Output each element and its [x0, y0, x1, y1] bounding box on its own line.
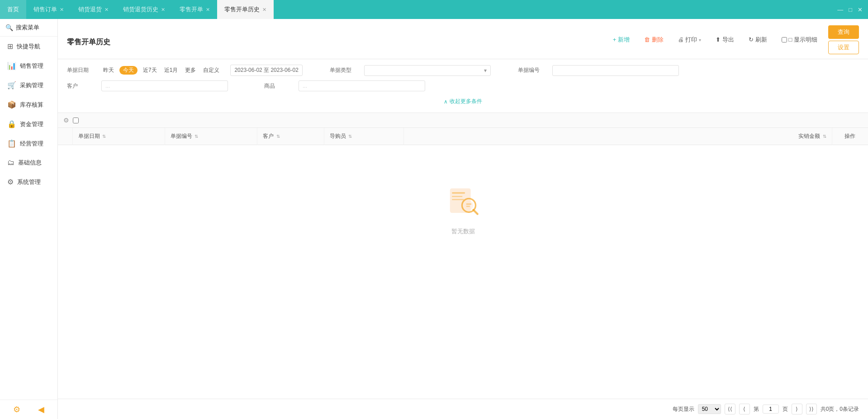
collapse-button[interactable]: ◀: [38, 405, 44, 414]
goods-label: 商品: [264, 82, 289, 90]
date-option-more[interactable]: 更多: [183, 66, 198, 75]
date-option-yesterday[interactable]: 昨天: [101, 66, 116, 75]
goods-dots[interactable]: ...: [303, 83, 307, 89]
svg-rect-7: [466, 203, 471, 205]
sidebar-item-basic-info[interactable]: 🗂 基础信息: [0, 153, 57, 172]
refresh-button[interactable]: ↻ 刷新: [745, 34, 771, 46]
settings-button[interactable]: ⚙: [13, 405, 20, 414]
print-button[interactable]: 🖨 打印 ▾: [674, 34, 705, 46]
tab-close-sales-return-history[interactable]: ✕: [161, 7, 165, 13]
tab-home[interactable]: 首页: [0, 0, 26, 19]
page-header: 零售开单历史 + 新增 🗑 删除 🖨 打印 ▾ ⬆ 导出 ↻ 刷新: [58, 19, 868, 59]
filter-section: 单据日期 昨天 今天 近7天 近1月 更多 自定义 2023-06-02 至 2…: [58, 59, 868, 113]
display-detail-button[interactable]: □ 显示明细: [778, 34, 821, 46]
th-guide: 导购员 ⇅: [324, 128, 403, 145]
svg-point-5: [464, 201, 473, 210]
table-toolbar: ⚙: [58, 113, 868, 128]
th-checkbox: [58, 128, 72, 145]
page-last-btn[interactable]: ⟩⟩: [806, 404, 817, 414]
tab-sales-order[interactable]: 销售订单 ✕: [26, 0, 71, 19]
date-option-custom[interactable]: 自定义: [201, 66, 221, 75]
export-button[interactable]: ⬆ 导出: [712, 34, 738, 46]
quick-nav-icon: ⊞: [7, 42, 13, 51]
page-label-end: 页: [783, 405, 788, 413]
finance-icon: 🔒: [7, 120, 16, 128]
date-label: 单据日期: [67, 66, 92, 74]
number-input[interactable]: [552, 65, 679, 76]
tab-close-retail-history[interactable]: ✕: [262, 7, 266, 13]
page-actions: + 新增 🗑 删除 🖨 打印 ▾ ⬆ 导出 ↻ 刷新 □ 显示明细: [609, 25, 859, 59]
operation-icon: 📋: [7, 139, 16, 148]
sort-date-icon[interactable]: ⇅: [102, 134, 106, 139]
sort-amount-icon[interactable]: ⇅: [823, 134, 826, 139]
sidebar-nav: ⊞ 快捷导航 📊 销售管理 🛒 采购管理 📦 库存核算 🔒 资金管理 📋: [0, 37, 57, 400]
sort-customer-icon[interactable]: ⇅: [276, 134, 280, 139]
window-minimize[interactable]: —: [837, 6, 843, 13]
goods-select[interactable]: ...: [299, 80, 425, 91]
query-button[interactable]: 查询: [828, 25, 859, 39]
type-label: 单据类型: [330, 66, 355, 74]
add-button[interactable]: + 新增: [609, 34, 633, 46]
date-option-last7[interactable]: 近7天: [141, 66, 159, 75]
type-select[interactable]: ▾: [364, 65, 491, 76]
basic-info-icon: 🗂: [7, 159, 14, 167]
th-op: 操作: [832, 128, 868, 145]
page-next-btn[interactable]: ⟩: [792, 404, 802, 414]
svg-line-6: [473, 210, 477, 214]
date-option-today[interactable]: 今天: [119, 66, 138, 75]
window-close[interactable]: ✕: [858, 6, 863, 13]
date-range-display[interactable]: 2023-06-02 至 2023-06-02: [230, 65, 302, 76]
print-dropdown-icon[interactable]: ▾: [699, 38, 701, 42]
sort-guide-icon[interactable]: ⇅: [348, 134, 352, 139]
sidebar-item-inventory[interactable]: 📦 库存核算: [0, 95, 57, 114]
table-gear-icon[interactable]: ⚙: [63, 117, 69, 124]
setting-button[interactable]: 设置: [828, 41, 859, 54]
customer-select[interactable]: ...: [101, 80, 228, 91]
delete-button[interactable]: 🗑 删除: [640, 34, 667, 46]
window-maximize[interactable]: □: [849, 6, 852, 13]
sidebar-item-finance[interactable]: 🔒 资金管理: [0, 114, 57, 134]
sidebar: 🔍 搜索菜单 ⊞ 快捷导航 📊 销售管理 🛒 采购管理 📦 库存核算 🔒: [0, 19, 58, 419]
tab-sales-return[interactable]: 销货退货 ✕: [71, 0, 116, 19]
per-page-select[interactable]: 50 20 100: [698, 404, 721, 414]
page-title: 零售开单历史: [67, 38, 110, 47]
collapse-btn[interactable]: ∧ 收起更多条件: [67, 96, 859, 107]
sort-number-icon[interactable]: ⇅: [194, 134, 198, 139]
tab-close-retail-open[interactable]: ✕: [206, 7, 210, 13]
sidebar-item-system[interactable]: ⚙ 系统管理: [0, 172, 57, 192]
table-body: 暂无数据: [58, 145, 868, 272]
customer-dots[interactable]: ...: [105, 83, 110, 89]
sidebar-search[interactable]: 🔍 搜索菜单: [0, 19, 57, 37]
filter-row-1: 单据日期 昨天 今天 近7天 近1月 更多 自定义 2023-06-02 至 2…: [67, 65, 859, 76]
table-area: ⚙ 单据日期 ⇅ 单据编号 ⇅: [58, 113, 868, 399]
sidebar-item-sales-mgmt[interactable]: 📊 销售管理: [0, 56, 57, 75]
page-first-btn[interactable]: ⟨⟨: [725, 404, 735, 414]
svg-rect-8: [466, 206, 470, 207]
tab-sales-return-history[interactable]: 销货退货历史 ✕: [116, 0, 172, 19]
tab-retail-open[interactable]: 零售开单 ✕: [172, 0, 217, 19]
pagination: 每页显示 50 20 100 ⟨⟨ ⟨ 第 页 ⟩ ⟩⟩ 共0页，0条记录: [58, 399, 868, 419]
display-detail-checkbox[interactable]: [782, 37, 787, 42]
tab-retail-history[interactable]: 零售开单历史 ✕: [217, 0, 274, 19]
search-icon: 🔍: [5, 24, 13, 31]
tab-close-sales-return[interactable]: ✕: [104, 7, 109, 13]
page-prev-btn[interactable]: ⟨: [739, 404, 750, 414]
select-all-checkbox[interactable]: [73, 118, 79, 123]
sidebar-item-purchase-mgmt[interactable]: 🛒 采购管理: [0, 75, 57, 95]
window-controls: — □ ✕: [837, 6, 868, 13]
page-num-input[interactable]: [763, 405, 779, 414]
page-label: 第: [754, 405, 759, 413]
sidebar-item-quick-nav[interactable]: ⊞ 快捷导航: [0, 37, 57, 56]
sidebar-item-operation[interactable]: 📋 经营管理: [0, 134, 57, 153]
tab-close-sales-order[interactable]: ✕: [60, 7, 64, 13]
content-area: 零售开单历史 + 新增 🗑 删除 🖨 打印 ▾ ⬆ 导出 ↻ 刷新: [58, 19, 868, 419]
table-header: 单据日期 ⇅ 单据编号 ⇅ 客户 ⇅ 导购员 ⇅: [58, 128, 868, 145]
svg-rect-2: [452, 196, 462, 198]
svg-rect-1: [452, 192, 465, 193]
svg-rect-3: [452, 199, 464, 200]
inventory-icon: 📦: [7, 100, 16, 109]
date-option-last1m[interactable]: 近1月: [162, 66, 180, 75]
data-table: 单据日期 ⇅ 单据编号 ⇅ 客户 ⇅ 导购员 ⇅: [58, 128, 868, 272]
type-dropdown-icon: ▾: [484, 67, 487, 74]
empty-text: 暂无数据: [451, 227, 475, 235]
